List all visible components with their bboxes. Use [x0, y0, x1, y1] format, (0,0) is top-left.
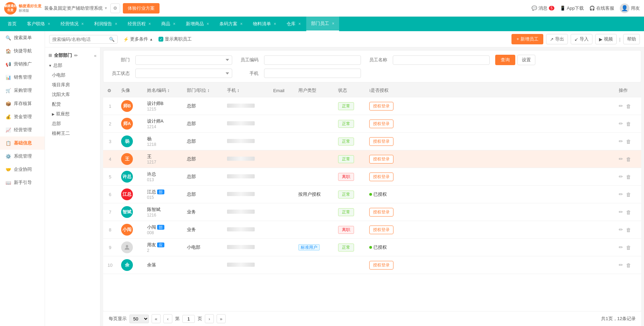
- page-number-input[interactable]: [182, 315, 195, 323]
- dept-item-shuangzuo[interactable]: ▶ 双座想: [45, 109, 100, 119]
- dept-filter-select[interactable]: [135, 55, 232, 65]
- next-page-button[interactable]: ›: [205, 314, 214, 323]
- dept-item-peihu[interactable]: 配货: [45, 99, 100, 109]
- sidebar-item-purchase[interactable]: 🛒 采购管理: [0, 84, 45, 97]
- add-employee-button[interactable]: + 新增员工: [511, 34, 543, 44]
- edit-button[interactable]: ✏: [619, 227, 623, 233]
- nav-tab-profit[interactable]: 利润报告×: [89, 17, 122, 31]
- sidebar-item-sales[interactable]: 📊 销售管理: [0, 71, 45, 84]
- delete-button[interactable]: 🗑: [626, 192, 631, 197]
- delete-button[interactable]: 🗑: [626, 156, 631, 162]
- auth-login-button[interactable]: 授权登录: [369, 208, 393, 217]
- auth-login-button[interactable]: 授权登录: [369, 261, 393, 270]
- close-icon[interactable]: ×: [115, 21, 117, 26]
- emp-name-input[interactable]: [393, 55, 490, 65]
- collapse-icon[interactable]: «: [94, 53, 97, 58]
- close-icon[interactable]: ×: [332, 21, 334, 26]
- auth-login-button[interactable]: 授权登录: [369, 137, 393, 146]
- status-filter-select[interactable]: [135, 69, 232, 78]
- dept-item-project[interactable]: 项目库房: [45, 80, 100, 90]
- export-button[interactable]: ↗ 导出: [546, 34, 568, 44]
- system-title-area[interactable]: 装备及固定资产辅助管理系统 ▼: [44, 5, 108, 11]
- show-resign-checkbox[interactable]: ✓ 显示离职员工: [158, 36, 192, 42]
- delete-button[interactable]: 🗑: [626, 121, 631, 127]
- edit-button[interactable]: ✏: [619, 103, 623, 109]
- nav-tab-new-goods[interactable]: 新增商品×: [181, 17, 214, 31]
- dept-item-plant-king[interactable]: 植树王二: [45, 129, 100, 138]
- col-phone[interactable]: 手机 ↕: [223, 84, 269, 97]
- try-industry-button[interactable]: 体验行业方案: [123, 3, 160, 14]
- search-input-wrap[interactable]: 🔍: [49, 35, 118, 44]
- sidebar-item-nav[interactable]: 🏠 快捷导航: [0, 44, 45, 58]
- auth-login-button[interactable]: 授权登录: [369, 226, 393, 234]
- prev-page-button[interactable]: ‹: [163, 314, 172, 323]
- page-size-select[interactable]: 50 100: [129, 315, 149, 323]
- delete-button[interactable]: 🗑: [626, 262, 631, 268]
- emp-code-input[interactable]: [264, 55, 361, 65]
- sidebar-item-guide[interactable]: 📖 新手引导: [0, 176, 45, 189]
- nav-tab-history[interactable]: 经营历程×: [123, 17, 156, 31]
- last-page-button[interactable]: »: [217, 314, 226, 323]
- auth-login-button[interactable]: 授权登录: [369, 173, 393, 181]
- edit-button[interactable]: ✏: [619, 156, 623, 162]
- dept-item-shenyang[interactable]: 沈阳大库: [45, 90, 100, 99]
- col-dept-pos[interactable]: 部门/职位 ↕: [183, 84, 223, 97]
- close-icon[interactable]: ×: [148, 21, 151, 26]
- help-button[interactable]: |: [619, 37, 620, 42]
- dept-item-general[interactable]: ▼ 总部: [45, 61, 100, 70]
- close-icon[interactable]: ×: [173, 21, 175, 26]
- app-download-item[interactable]: 📱 App下载: [560, 5, 584, 11]
- delete-button[interactable]: 🗑: [626, 245, 631, 250]
- edit-button[interactable]: ✏: [619, 191, 623, 197]
- dept-item-small-elec[interactable]: 小电部: [45, 70, 100, 80]
- auth-login-button[interactable]: 授权登录: [369, 120, 393, 128]
- dept-item-zongbu[interactable]: 总部: [45, 119, 100, 129]
- delete-button[interactable]: 🗑: [626, 209, 631, 215]
- edit-dept-icon[interactable]: ✏: [74, 53, 78, 58]
- auth-login-button[interactable]: 授权登录: [369, 102, 393, 111]
- sidebar-item-marketing[interactable]: 📢 营销推广: [0, 58, 45, 71]
- edit-button[interactable]: ✏: [619, 174, 623, 180]
- user-item[interactable]: 👤 用友: [620, 3, 640, 13]
- online-service-item[interactable]: 🎧 在线客服: [589, 5, 614, 11]
- nav-tab-bom[interactable]: 物料清单×: [248, 17, 281, 31]
- nav-tab-customer[interactable]: 客户联络×: [22, 17, 55, 31]
- delete-button[interactable]: 🗑: [626, 103, 631, 109]
- delete-button[interactable]: 🗑: [626, 174, 631, 180]
- nav-tab-warehouse[interactable]: 仓库×: [282, 17, 306, 31]
- edit-button[interactable]: ✏: [619, 244, 623, 250]
- first-page-button[interactable]: «: [152, 314, 161, 323]
- edit-button[interactable]: ✏: [619, 209, 623, 215]
- nav-tab-department[interactable]: 部门员工×: [306, 17, 339, 31]
- sidebar-item-business[interactable]: 📈 经营管理: [0, 123, 45, 136]
- import-button[interactable]: ↙ 导入: [571, 34, 592, 44]
- sidebar-item-system[interactable]: ⚙️ 系统管理: [0, 150, 45, 163]
- col-name-code[interactable]: 姓名/编码 ↕: [143, 84, 183, 97]
- search-input[interactable]: [52, 37, 108, 42]
- edit-button[interactable]: ✏: [619, 138, 623, 144]
- phone-input[interactable]: [264, 69, 361, 78]
- close-icon[interactable]: ×: [48, 21, 50, 26]
- edit-button[interactable]: ✏: [619, 121, 623, 127]
- close-icon[interactable]: ×: [207, 21, 209, 26]
- delete-button[interactable]: 🗑: [626, 139, 631, 144]
- sidebar-item-inventory[interactable]: 📦 库存核算: [0, 97, 45, 110]
- view-button[interactable]: ▶ 视频: [595, 34, 617, 44]
- auth-login-button[interactable]: 授权登录: [369, 155, 393, 164]
- message-item[interactable]: 💬 消息 5: [532, 5, 554, 11]
- close-icon[interactable]: ×: [81, 21, 84, 26]
- close-icon[interactable]: ×: [298, 21, 301, 26]
- nav-tab-operation[interactable]: 经营情况×: [56, 17, 89, 31]
- nav-tab-home[interactable]: 首页: [3, 17, 21, 31]
- edit-button[interactable]: ✏: [619, 262, 623, 268]
- sidebar-item-collab[interactable]: 🤝 企业协同: [0, 163, 45, 176]
- nav-tab-goods[interactable]: 商品×: [156, 17, 180, 31]
- more-filter-button[interactable]: ⚡ 更多条件 ▲: [120, 35, 156, 44]
- sidebar-item-basic[interactable]: 📋 基础信息: [0, 136, 45, 150]
- col-settings[interactable]: ⚙: [103, 84, 117, 97]
- close-icon[interactable]: ×: [240, 21, 243, 26]
- help-btn[interactable]: 帮助: [623, 34, 640, 44]
- gear-button[interactable]: ⚙: [110, 3, 120, 13]
- nav-tab-barcode[interactable]: 条码方案×: [215, 17, 247, 31]
- sidebar-item-search[interactable]: 🔍 搜索菜单: [0, 31, 45, 44]
